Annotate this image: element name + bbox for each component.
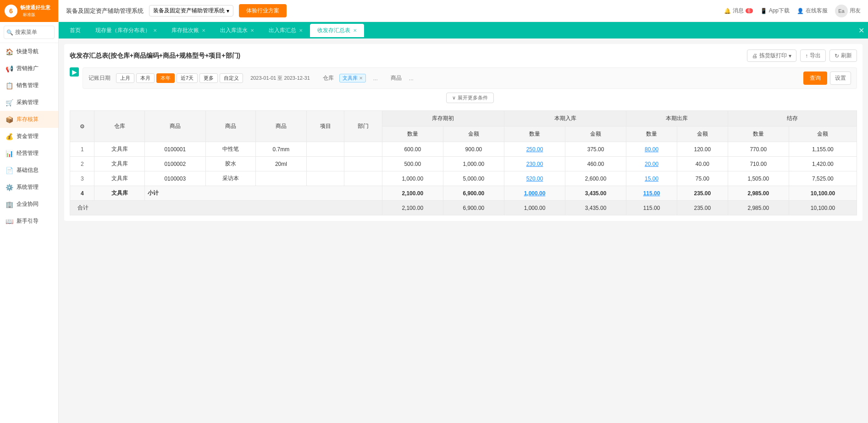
date-btn-this-month[interactable]: 本月 bbox=[136, 73, 155, 83]
close-icon[interactable]: ✕ bbox=[250, 28, 254, 33]
tab-receive-summary[interactable]: 收发存汇总表 ✕ bbox=[310, 24, 364, 37]
expand-more-button[interactable]: ∨ 展开更多条件 bbox=[446, 93, 494, 103]
search-menu-button[interactable]: 🔍 搜索菜单 bbox=[4, 26, 55, 39]
open-amt-header: 金额 bbox=[443, 126, 504, 142]
warehouse-tag: 文具库 ✕ bbox=[339, 74, 366, 82]
out-qty-header: 数量 bbox=[626, 126, 677, 142]
date-btn-last-month[interactable]: 上月 bbox=[116, 73, 134, 83]
subtotal-out-qty: 115.00 bbox=[626, 186, 677, 201]
tab-inout-flow[interactable]: 出入库流水 ✕ bbox=[213, 24, 261, 37]
close-icon[interactable]: ✕ bbox=[299, 28, 303, 33]
row-bal-qty: 710.00 bbox=[728, 157, 789, 171]
date-range-display: 2023-01-01 至 2023-12-31 bbox=[250, 75, 310, 82]
row-spec: 0.7mm bbox=[256, 142, 307, 157]
open-stock-header: 库存期初 bbox=[382, 111, 504, 126]
refresh-button[interactable]: ↻ 刷新 bbox=[829, 49, 857, 62]
header-right: 🔔 消息 6 📱 App下载 👤 在线客服 Ea 用友 bbox=[724, 5, 861, 17]
logo-text: 畅捷通好生意 标准版 bbox=[20, 4, 50, 18]
close-icon[interactable]: ✕ bbox=[353, 28, 357, 33]
app-download-label: App下载 bbox=[769, 7, 790, 15]
user-name: 用友 bbox=[850, 7, 861, 15]
system-icon: ⚙️ bbox=[6, 184, 13, 191]
sidebar: 6 畅捷通好生意 标准版 🔍 搜索菜单 🏠 快捷导航 📢 营销推广 📋 销售管理… bbox=[0, 0, 59, 423]
footer-out-qty: 115.00 bbox=[626, 201, 677, 215]
row-out-amt: 40.00 bbox=[677, 157, 728, 171]
filter-settings-button[interactable]: 设置 bbox=[830, 71, 851, 85]
notification-badge: 6 bbox=[746, 8, 753, 13]
sidebar-item-guide[interactable]: 📖 新手引导 bbox=[0, 213, 58, 230]
tab-home[interactable]: 首页 bbox=[62, 24, 88, 37]
row-bal-qty: 770.00 bbox=[728, 142, 789, 157]
online-service-item[interactable]: 👤 在线客服 bbox=[797, 7, 828, 15]
sidebar-item-marketing[interactable]: 📢 营销推广 bbox=[0, 60, 58, 77]
row-out-qty[interactable]: 80.00 bbox=[626, 142, 677, 157]
tab-batch-account[interactable]: 库存批次账 ✕ bbox=[164, 24, 213, 37]
data-table: ⚙ 仓库 商品 商品 商品 项目 部门 库存期初 本期入库 本期出库 结存 bbox=[70, 110, 857, 215]
row-name: 中性笔 bbox=[205, 142, 255, 157]
warehouse-tag-close[interactable]: ✕ bbox=[359, 76, 363, 81]
sidebar-item-inventory[interactable]: 📦 库存核算 bbox=[0, 111, 58, 128]
row-spec: 20ml bbox=[256, 157, 307, 171]
row-open-amt: 900.00 bbox=[443, 142, 504, 157]
date-btn-more[interactable]: 更多 bbox=[199, 73, 218, 83]
row-num: 1 bbox=[70, 142, 94, 157]
sidebar-item-sales[interactable]: 📋 销售管理 bbox=[0, 77, 58, 94]
row-code: 0100001 bbox=[144, 142, 205, 157]
subtotal-bal-qty: 2,985.00 bbox=[728, 186, 789, 201]
tab-stock-distribution[interactable]: 现存量（库存分布表） ✕ bbox=[88, 24, 164, 37]
filter-collapse-button[interactable]: ▶ bbox=[70, 67, 79, 77]
sidebar-item-basic[interactable]: 📄 基础信息 bbox=[0, 162, 58, 179]
sales-icon: 📋 bbox=[6, 82, 13, 89]
date-btn-custom[interactable]: 自定义 bbox=[220, 73, 243, 83]
mobile-icon: 📱 bbox=[760, 8, 767, 14]
warehouse-label: 仓库 bbox=[323, 74, 334, 82]
footer-open-qty: 2,100.00 bbox=[382, 201, 443, 215]
close-icon[interactable]: ✕ bbox=[202, 28, 205, 33]
export-button[interactable]: ↑ 导出 bbox=[800, 49, 826, 62]
date-btn-7days[interactable]: 近7天 bbox=[177, 73, 198, 83]
row-dept bbox=[344, 157, 382, 171]
row-in-qty[interactable]: 250.00 bbox=[504, 142, 565, 157]
sidebar-item-finance[interactable]: 💰 资金管理 bbox=[0, 128, 58, 145]
goods-spec-col-header: 商品 bbox=[256, 111, 307, 142]
row-in-qty[interactable]: 520.00 bbox=[504, 171, 565, 186]
system-selector[interactable]: 装备及固定资产辅助管理系统 ▾ bbox=[149, 5, 233, 16]
notification-item[interactable]: 🔔 消息 6 bbox=[724, 7, 753, 15]
experience-btn[interactable]: 体验行业方案 bbox=[239, 4, 287, 17]
row-out-qty[interactable]: 20.00 bbox=[626, 157, 677, 171]
settings-col-header[interactable]: ⚙ bbox=[70, 111, 94, 142]
date-btn-this-year[interactable]: 本年 bbox=[156, 73, 175, 83]
close-all-tabs-button[interactable]: ✕ bbox=[858, 26, 864, 35]
tab-inout-summary[interactable]: 出入库汇总 ✕ bbox=[261, 24, 310, 37]
sidebar-item-enterprise[interactable]: 🏢 企业协同 bbox=[0, 196, 58, 213]
goods-more[interactable]: ... bbox=[409, 75, 414, 82]
query-button[interactable]: 查询 bbox=[803, 71, 827, 85]
data-table-container: ⚙ 仓库 商品 商品 商品 项目 部门 库存期初 本期入库 本期出库 结存 bbox=[70, 110, 857, 215]
app-download-item[interactable]: 📱 App下载 bbox=[760, 7, 790, 15]
row-bal-amt: 1,420.00 bbox=[789, 157, 857, 171]
row-in-amt: 375.00 bbox=[565, 142, 626, 157]
sidebar-logo: 6 畅捷通好生意 标准版 bbox=[0, 0, 58, 22]
export-icon: ↑ bbox=[805, 53, 808, 59]
sidebar-item-system[interactable]: ⚙️ 系统管理 bbox=[0, 179, 58, 196]
warehouse-more[interactable]: ... bbox=[373, 75, 378, 82]
row-warehouse: 文具库 bbox=[94, 171, 144, 186]
sidebar-item-quick-nav[interactable]: 🏠 快捷导航 bbox=[0, 43, 58, 60]
print-button[interactable]: 🖨 拣货版打印 ▾ bbox=[747, 49, 796, 62]
sidebar-item-purchase[interactable]: 🛒 采购管理 bbox=[0, 94, 58, 111]
main-content: 装备及固定资产辅助管理系统 装备及固定资产辅助管理系统 ▾ 体验行业方案 🔔 消… bbox=[59, 0, 868, 423]
row-in-qty[interactable]: 230.00 bbox=[504, 157, 565, 171]
row-project bbox=[306, 157, 344, 171]
print-icon: 🖨 bbox=[752, 53, 757, 59]
page-title: 收发存汇总表(按仓库+商品编码+商品+规格型号+项目+部门) bbox=[70, 52, 240, 60]
dept-col-header: 部门 bbox=[344, 111, 382, 142]
row-project bbox=[306, 171, 344, 186]
bal-qty-header: 数量 bbox=[728, 126, 789, 142]
row-out-qty[interactable]: 15.00 bbox=[626, 171, 677, 186]
system-title: 装备及固定资产辅助管理系统 bbox=[66, 7, 144, 15]
row-num: 2 bbox=[70, 157, 94, 171]
row-open-qty: 600.00 bbox=[382, 142, 443, 157]
user-item[interactable]: Ea 用友 bbox=[835, 5, 861, 17]
close-icon[interactable]: ✕ bbox=[153, 28, 157, 33]
sidebar-item-operations[interactable]: 📊 经营管理 bbox=[0, 145, 58, 162]
